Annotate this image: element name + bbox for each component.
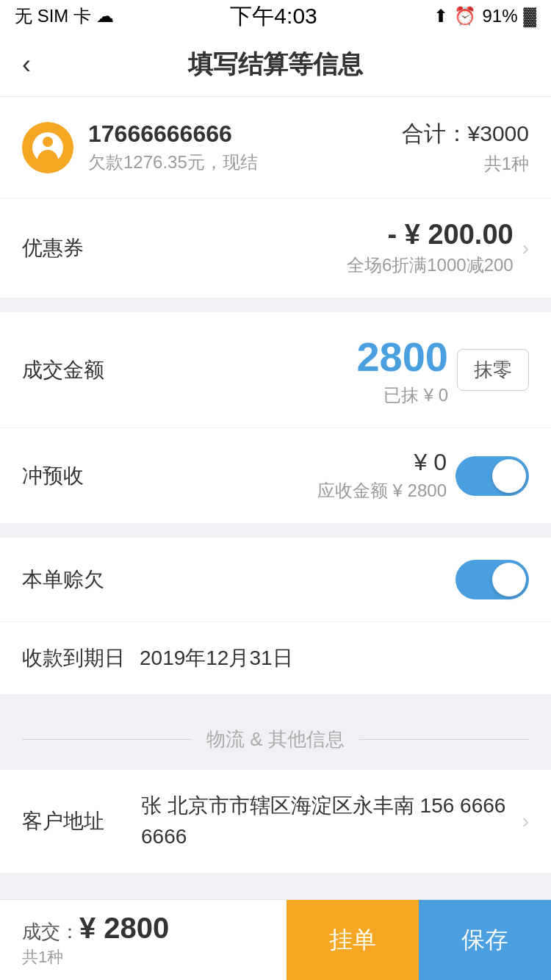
due-date-value: 2019年12月31日 [140, 644, 293, 672]
footer-deal-amount: ¥ 2800 [79, 912, 169, 944]
prepayment-block: ¥ 0 应收金额 ¥ 2800 [317, 449, 447, 502]
battery-icon: ▓ [523, 6, 536, 26]
customer-subtext: 欠款1276.35元，现结 [88, 151, 258, 174]
due-date-label: 收款到期日 [22, 644, 125, 672]
discount-value: - ¥ 200.00 [347, 219, 514, 251]
status-bar: 无 SIM 卡 ☁ 下午4:03 ⬆ ⏰ 91% ▓ [0, 0, 551, 32]
debt-section-card: 本单赊欠 收款到期日 2019年12月31日 [0, 538, 551, 694]
pending-button[interactable]: 挂单 [287, 900, 419, 981]
logistics-label: 物流 & 其他信息 [206, 727, 345, 752]
status-left: 无 SIM 卡 ☁ [15, 4, 114, 28]
customer-left: 17666666666 欠款1276.35元，现结 [22, 120, 258, 174]
total-count: 共1种 [402, 152, 529, 176]
total-label: 合计： [402, 121, 468, 145]
customer-info-card: 17666666666 欠款1276.35元，现结 合计：¥3000 共1种 优… [0, 97, 551, 298]
debt-toggle[interactable] [455, 560, 529, 599]
customer-info-row: 17666666666 欠款1276.35元，现结 合计：¥3000 共1种 [0, 97, 551, 198]
deal-amount-block: 2800 已抹 ¥ 0 [356, 333, 448, 407]
deal-amount-card: 成交金额 2800 已抹 ¥ 0 抹零 冲预收 ¥ 0 应收金额 ¥ 2800 [0, 312, 551, 523]
back-button[interactable]: ‹ [22, 49, 31, 80]
discount-sub: 全场6折满1000减200 [347, 253, 514, 277]
address-row[interactable]: 客户地址 张 北京市市辖区海淀区永丰南 156 6666 6666 › [0, 770, 551, 873]
due-date-row: 收款到期日 2019年12月31日 [0, 621, 551, 694]
deal-amount-row: 成交金额 2800 已抹 ¥ 0 抹零 [0, 312, 551, 428]
alarm-icon: ⏰ [454, 6, 476, 26]
logistics-separator: 物流 & 其他信息 [0, 709, 551, 770]
prepayment-sub: 应收金额 ¥ 2800 [317, 479, 447, 502]
deal-amount-sub: 已抹 ¥ 0 [356, 383, 448, 407]
prepayment-row: 冲预收 ¥ 0 应收金额 ¥ 2800 [0, 428, 551, 523]
chevron-right-icon: › [522, 237, 529, 260]
toggle-knob [492, 459, 526, 493]
avatar-icon [32, 132, 63, 163]
discount-right: - ¥ 200.00 全场6折满1000减200 › [347, 219, 529, 277]
footer-count: 共1种 [22, 946, 287, 968]
address-label: 客户地址 [22, 807, 104, 835]
debt-label: 本单赊欠 [22, 566, 104, 594]
avatar [22, 122, 73, 173]
prepayment-value: ¥ 0 [317, 449, 447, 476]
discount-value-block: - ¥ 200.00 全场6折满1000减200 [347, 219, 514, 277]
debt-row: 本单赊欠 [0, 538, 551, 621]
total-amount: 合计：¥3000 [402, 119, 529, 149]
discount-row[interactable]: 优惠券 - ¥ 200.00 全场6折满1000减200 › [0, 198, 551, 298]
location-icon: ⬆ [433, 6, 448, 26]
prepayment-toggle[interactable] [455, 456, 529, 496]
footer-info: 成交：¥ 2800 共1种 [0, 912, 287, 968]
debt-toggle-knob [492, 563, 526, 597]
deal-amount-right: 2800 已抹 ¥ 0 抹零 [356, 333, 529, 407]
customer-details: 17666666666 欠款1276.35元，现结 [88, 120, 258, 174]
sep-line-left [22, 739, 192, 740]
customer-right: 合计：¥3000 共1种 [402, 119, 529, 176]
prepayment-label: 冲预收 [22, 462, 84, 490]
content: 17666666666 欠款1276.35元，现结 合计：¥3000 共1种 优… [0, 97, 551, 980]
discount-label: 优惠券 [22, 234, 84, 262]
battery-text: 91% [482, 6, 517, 26]
address-value: 张 北京市市辖区海淀区永丰南 156 6666 6666 [119, 790, 508, 852]
footer: 成交：¥ 2800 共1种 挂单 保存 [0, 899, 551, 980]
address-card: 客户地址 张 北京市市辖区海淀区永丰南 156 6666 6666 › [0, 770, 551, 873]
sep-line-right [359, 739, 529, 740]
round-zero-button[interactable]: 抹零 [457, 349, 529, 391]
footer-deal-label: 成交：¥ 2800 [22, 912, 287, 945]
no-sim-text: 无 SIM 卡 ☁ [15, 4, 114, 28]
nav-bar: ‹ 填写结算等信息 [0, 32, 551, 97]
deal-amount-value: 2800 [356, 333, 448, 381]
prepayment-right: ¥ 0 应收金额 ¥ 2800 [317, 449, 529, 502]
deal-amount-label: 成交金额 [22, 356, 104, 384]
customer-phone: 17666666666 [88, 120, 258, 148]
status-time: 下午4:03 [230, 1, 317, 32]
address-chevron-icon: › [522, 810, 529, 833]
save-button[interactable]: 保存 [419, 900, 551, 981]
status-right: ⬆ ⏰ 91% ▓ [433, 6, 536, 26]
page-title: 填写结算等信息 [188, 48, 363, 82]
total-value: ¥3000 [468, 121, 529, 145]
